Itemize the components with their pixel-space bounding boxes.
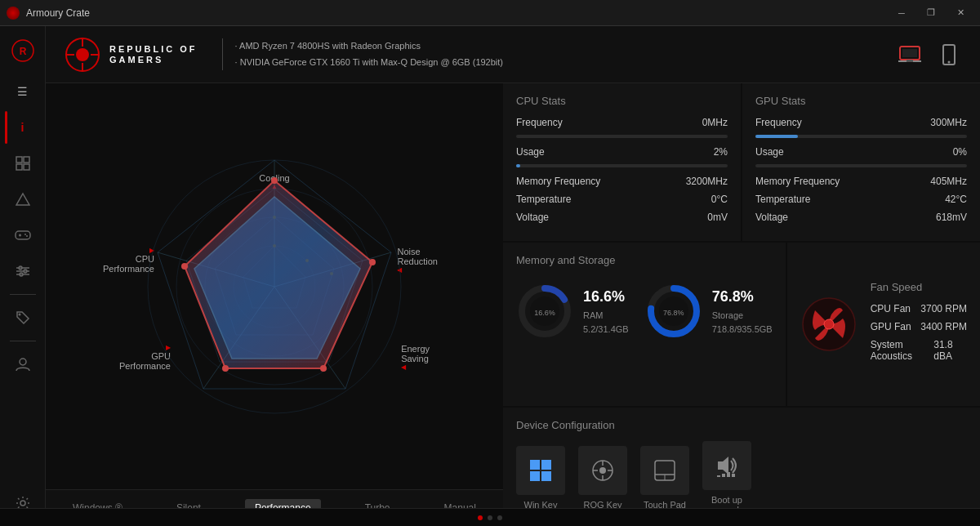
cpu-temp-label: Temperature: [516, 194, 571, 205]
cpu-frequency-label: Frequency: [516, 117, 563, 128]
svg-point-23: [76, 48, 89, 61]
svg-point-53: [222, 365, 229, 372]
header-actions: [895, 40, 964, 69]
ram-percentage: 16.6%: [583, 285, 629, 309]
close-button[interactable]: ✕: [947, 5, 973, 21]
svg-point-50: [271, 177, 278, 184]
ram-donut-label: 16.6%: [534, 304, 555, 319]
windows-icon: [528, 458, 553, 483]
cpu-usage-label: Usage: [516, 146, 545, 158]
svg-marker-7: [16, 194, 29, 205]
touchpad-icon: [653, 458, 677, 483]
system-acoustics-value: 31.8 dBA: [933, 339, 967, 362]
phone-icon-button[interactable]: [934, 40, 964, 69]
storage-detail: 718.8/935.5GB: [712, 324, 773, 334]
sidebar-item-sliders[interactable]: [5, 255, 41, 288]
gpu-fan-stat: GPU Fan 3400 RPM: [871, 321, 967, 332]
win-key-item[interactable]: Win Key: [516, 446, 565, 510]
sidebar-item-tag[interactable]: [5, 301, 41, 334]
memory-title: Memory and Storage: [516, 254, 773, 266]
sidebar-item-gamepad[interactable]: [5, 219, 41, 252]
svg-point-54: [181, 263, 188, 270]
fan-icon-container: [800, 296, 858, 353]
device-icons-row: Win Key: [516, 441, 967, 515]
top-header: REPUBLIC OF GAMERS · AMD Ryzen 7 4800HS …: [46, 26, 980, 83]
rog-sidebar-icon: R: [11, 38, 35, 63]
cpu-usage-bar-container: [516, 164, 728, 167]
touch-pad-icon-box: [640, 446, 689, 495]
boot-sound-item[interactable]: Boot upsound: [702, 441, 751, 515]
rog-logo-icon: [62, 34, 103, 75]
svg-rect-8: [16, 231, 30, 239]
rog-key-icon-box: [578, 446, 627, 495]
svg-point-12: [26, 235, 28, 237]
sidebar-logo: R: [5, 33, 41, 69]
svg-rect-83: [727, 472, 730, 477]
gpu-temp-value: 42°C: [945, 194, 967, 205]
storage-percentage: 76.8%: [712, 285, 773, 309]
system-acoustics-stat: System Acoustics 31.8 dBA: [871, 339, 967, 362]
svg-marker-80: [718, 457, 728, 475]
window-controls: ─ ❐ ✕: [889, 5, 973, 21]
sidebar-item-hamburger[interactable]: ☰: [5, 75, 41, 108]
sidebar-item-user[interactable]: [5, 348, 41, 381]
sidebar-item-grid[interactable]: ▶: [5, 147, 41, 180]
svg-rect-70: [541, 471, 551, 481]
fan-title: Fan Speed: [871, 281, 967, 293]
svg-point-56: [273, 216, 276, 219]
svg-point-72: [599, 467, 606, 474]
fan-icon: [800, 296, 858, 353]
hamburger-icon: ☰: [17, 85, 28, 98]
svg-rect-82: [722, 474, 725, 477]
gpu-voltage-value: 618mV: [936, 212, 967, 223]
svg-rect-3: [24, 157, 29, 163]
ram-detail: 5.2/31.4GB: [583, 324, 629, 334]
gpu-mem-freq-item: Memory Frequency 405MHz: [755, 176, 967, 187]
title-bar-left: Armoury Crate: [7, 7, 90, 20]
gpu-usage-item: Usage 0%: [755, 146, 967, 158]
gpu-mem-freq-label: Memory Frequency: [755, 176, 840, 187]
grid-icon: ▶: [16, 156, 30, 171]
gpu-temp-item: Temperature 42°C: [755, 194, 967, 205]
gpu-frequency-label: Frequency: [755, 117, 802, 128]
sidebar-item-triangle[interactable]: [5, 183, 41, 216]
minimize-button[interactable]: ─: [889, 5, 915, 21]
svg-point-16: [19, 266, 22, 270]
svg-rect-84: [732, 474, 735, 477]
touch-pad-item[interactable]: Touch Pad: [640, 446, 689, 510]
cpu-mem-freq-label: Memory Frequency: [516, 176, 600, 187]
sidebar-item-info[interactable]: i: [5, 111, 41, 144]
laptop-icon-button[interactable]: [895, 40, 924, 69]
cpu-temp-value: 0°C: [711, 194, 728, 205]
gpu-usage-value: 0%: [953, 146, 967, 158]
sliders-icon: [16, 265, 30, 278]
svg-point-19: [18, 314, 20, 316]
cpu-stats-section: CPU Stats Frequency 0MHz Usage 2%: [503, 83, 741, 241]
rog-key-icon: [590, 457, 616, 484]
gpu-usage-label: Usage: [755, 146, 784, 158]
device-info: · AMD Ryzen 7 4800HS with Radeon Graphic…: [222, 38, 503, 71]
cpu-temp-item: Temperature 0°C: [516, 194, 728, 205]
gpu-mem-freq-value: 405MHz: [930, 176, 967, 187]
info-icon: i: [21, 121, 24, 134]
cpu-frequency-value: 0MHz: [702, 117, 728, 128]
gpu-frequency-item: Frequency 300MHz: [755, 117, 967, 128]
user-icon: [16, 357, 30, 372]
app-icon: [7, 7, 20, 20]
cpu-mem-freq-item: Memory Frequency 3200MHz: [516, 176, 728, 187]
laptop-icon: [898, 45, 921, 65]
maximize-button[interactable]: ❐: [918, 5, 944, 21]
svg-point-66: [824, 319, 834, 329]
svg-rect-68: [541, 460, 551, 470]
cpu-stats-title: CPU Stats: [516, 95, 728, 107]
rog-key-item[interactable]: ROG Key: [578, 446, 627, 510]
svg-rect-29: [902, 49, 917, 57]
system-acoustics-label: System Acoustics: [871, 339, 934, 362]
app-body: R ☰ i ▶: [0, 26, 980, 526]
svg-point-52: [320, 365, 327, 372]
cpu-usage-item: Usage 2%: [516, 146, 728, 158]
svg-rect-4: [16, 164, 22, 170]
gpu-stats-title: GPU Stats: [755, 95, 967, 107]
content-area: Cooling ▲ Noise Reduction ◀ Energy Savin…: [46, 83, 980, 526]
svg-rect-2: [16, 157, 22, 163]
